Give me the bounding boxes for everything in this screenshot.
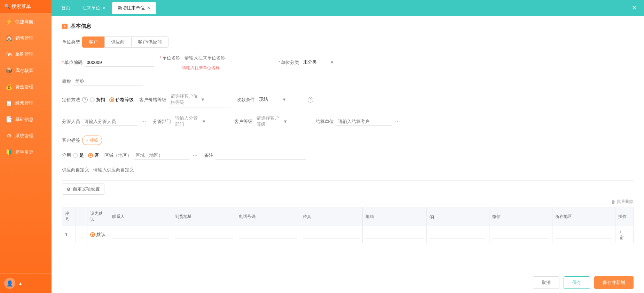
row-default-circle — [90, 232, 95, 237]
disabled-no-radio[interactable]: 否 — [88, 152, 99, 158]
supplier-type-button[interactable]: 供应商 — [104, 36, 131, 48]
unit-name-group: 单位名称 请输入往来单位名称 — [160, 54, 273, 71]
disabled-yes-radio[interactable]: 是 — [73, 152, 84, 158]
add-tag-button[interactable]: + 标签 — [82, 136, 102, 145]
pricing-discount-radio[interactable]: 折扣 — [90, 97, 105, 103]
pricing-help-icon[interactable]: ? — [82, 97, 88, 103]
customer-type-button[interactable]: 客户 — [82, 36, 104, 48]
row-wechat-input[interactable] — [492, 230, 549, 239]
manager-input[interactable] — [82, 117, 138, 126]
abbr-input[interactable] — [73, 77, 143, 86]
sidebar-item-operations[interactable]: 📋经营管理 — [0, 95, 52, 111]
tab-home[interactable]: 首页 — [56, 2, 76, 14]
region-input[interactable] — [134, 151, 189, 160]
sidebar-item-basic-info[interactable]: 📑基础信息 — [0, 111, 52, 128]
sidebar-item-system[interactable]: ⚙系统管理 — [0, 128, 52, 144]
delete-row-button[interactable]: 🗑 — [618, 235, 625, 240]
unit-code-group: 单位编码 — [62, 58, 154, 67]
settlement-input[interactable] — [336, 117, 392, 126]
row-address-input[interactable] — [175, 230, 233, 239]
custom-settings-button[interactable]: ⚙ 自定义项设置 — [62, 184, 104, 195]
cancel-button[interactable]: 取消 — [533, 276, 559, 289]
section-title: 基本信息 — [70, 23, 91, 30]
col-fax: 传真 — [300, 207, 363, 226]
discount-radio-circle — [90, 97, 95, 102]
row-default-label: 默认 — [96, 231, 105, 238]
plus-icon: + — [86, 138, 88, 143]
unit-name-input[interactable] — [182, 54, 273, 62]
customer-price-chevron-icon: ▼ — [201, 97, 229, 102]
unit-type-label: 单位类型 — [62, 39, 80, 45]
payment-select[interactable]: 现结 ▼ — [257, 95, 306, 104]
save-button[interactable]: 保存 — [564, 276, 590, 289]
sidebar-item-inventory[interactable]: 📦库存核算 — [0, 62, 52, 79]
tag-btn-label: 标签 — [90, 137, 98, 143]
row-default-radio[interactable]: 默认 — [90, 231, 106, 238]
pricing-row: 定价方法 ? 折扣 价格等级 客户价格等级 — [62, 92, 634, 107]
sidebar-item-purchase[interactable]: 🛍采购管理 — [0, 46, 52, 62]
sidebar-item-guide[interactable]: 🔰新手引导 — [0, 144, 52, 160]
row-email-input[interactable] — [366, 230, 423, 239]
manager-more-button[interactable]: ··· — [140, 119, 147, 125]
finance-icon: 💰 — [6, 83, 13, 90]
basic-info-icon: 📑 — [6, 116, 13, 123]
inventory-icon: 📦 — [6, 67, 13, 74]
row-region-cell — [552, 226, 615, 243]
sidebar-search[interactable]: 🔍 搜索菜单 — [0, 0, 52, 14]
select-all-checkbox[interactable] — [79, 214, 84, 219]
sidebar-bottom: 👤 ▲ — [0, 273, 52, 293]
tab-new-partner[interactable]: 新增往来单位✕ — [112, 2, 156, 14]
section-icon: F — [62, 24, 68, 29]
department-group: 分管部门 请输入分管部门 ▼ — [153, 114, 229, 129]
save-and-add-button[interactable]: 保存并新增 — [594, 276, 634, 289]
row-phone-input[interactable] — [239, 230, 297, 239]
sidebar-item-label: 系统管理 — [15, 133, 33, 139]
remark-label: 备注 — [204, 152, 213, 158]
row-phone-cell — [236, 226, 300, 243]
col-wechat: 微信 — [489, 207, 552, 226]
main-area: 首页往来单位✕新增往来单位✕ ✕ F 基本信息 单位类型 客户 供应商 客户/供… — [52, 0, 644, 293]
disabled-group: 停用 是 否 — [62, 152, 99, 158]
unit-name-label: 单位名称 — [160, 55, 180, 61]
unit-info-row: 单位编码 单位名称 请输入往来单位名称 单位分类 未分类 ▼ — [62, 54, 634, 71]
sidebar-item-sales[interactable]: 🏠销售管理 — [0, 30, 52, 46]
supplier-custom-input[interactable] — [91, 166, 161, 174]
pricing-level-radio[interactable]: 价格等级 — [109, 97, 134, 103]
abbr-row: 简称 — [62, 77, 634, 86]
department-select[interactable]: 请输入分管部门 ▼ — [173, 114, 229, 129]
row-region-input[interactable] — [555, 230, 612, 239]
department-chevron-icon: ▼ — [202, 119, 227, 124]
customer-level-select[interactable]: 请选择客户等级 ▼ — [254, 114, 310, 129]
customer-price-select[interactable]: 请选择客户价格等级 ▼ — [168, 92, 231, 107]
tab-close-new-partner[interactable]: ✕ — [147, 6, 150, 10]
manager-group: 分管人员 ··· — [62, 117, 147, 126]
col-address: 到货地址 — [172, 207, 236, 226]
window-close-button[interactable]: ✕ — [629, 3, 640, 13]
no-radio-dot — [89, 154, 92, 156]
payment-help-icon[interactable]: ? — [308, 97, 313, 103]
pricing-label: 定价方法 — [62, 97, 80, 103]
region-more-button[interactable]: ··· — [191, 152, 199, 158]
add-row-button[interactable]: + — [618, 229, 623, 235]
unit-code-input[interactable] — [85, 58, 154, 67]
batch-delete-label[interactable]: 批量删除 — [617, 199, 634, 205]
unit-category-value: 未分类 — [303, 59, 328, 65]
unit-category-select[interactable]: 未分类 ▼ — [301, 58, 357, 67]
sidebar-item-finance[interactable]: 💰资金管理 — [0, 79, 52, 95]
col-phone: 电话号码 — [236, 207, 300, 226]
settlement-more-button[interactable]: ··· — [394, 119, 401, 125]
row-qq-input[interactable] — [430, 230, 487, 239]
row-checkbox[interactable] — [79, 232, 84, 237]
row-contact-input[interactable] — [112, 230, 169, 239]
both-type-button[interactable]: 客户/供应商 — [131, 36, 168, 48]
tab-partner-list[interactable]: 往来单位✕ — [77, 2, 111, 14]
unit-type-buttons: 客户 供应商 客户/供应商 — [82, 36, 168, 48]
remark-input[interactable] — [215, 151, 306, 160]
unit-category-group: 单位分类 未分类 ▼ — [278, 58, 357, 67]
sidebar-item-label: 资金管理 — [15, 84, 33, 90]
col-region: 所在地区 — [552, 207, 615, 226]
tab-close-partner-list[interactable]: ✕ — [102, 6, 106, 10]
no-label: 否 — [94, 152, 99, 158]
row-fax-input[interactable] — [303, 230, 360, 239]
sidebar-item-quick-nav[interactable]: ⚡快捷导航 — [0, 14, 52, 30]
